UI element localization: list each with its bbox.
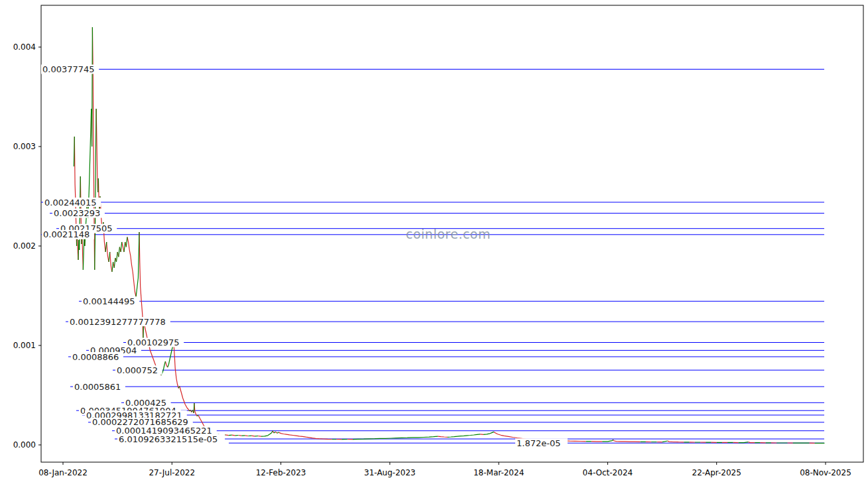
x-tick-label: 08-Nov-2025 [800,468,851,477]
level-label: 0.0005861 [74,382,121,392]
x-tick-label: 18-Mar-2024 [473,468,524,477]
level-label: 0.0008866 [72,352,119,362]
level-label: 0.000752 [117,365,158,375]
price-chart-figure: 0.003777450.002440150.00232930.002175050… [0,0,868,488]
level-label: 0.0012391277777778 [70,317,166,327]
y-tick-label: 0.001 [13,341,36,350]
y-tick-label: 0.000 [13,440,36,450]
y-tick-label: 0.003 [13,142,36,151]
level-label: 6.0109263321515e-05 [119,434,217,444]
x-tick-label: 27-Jul-2022 [149,468,195,477]
watermark: coinlore.com [406,227,491,241]
level-label: 1.872e-05 [517,438,560,448]
y-tick-label: 0.004 [13,42,36,52]
level-label: 0.0023293 [54,208,100,218]
x-tick-label: 31-Aug-2023 [364,468,416,477]
level-label: 0.0021148 [43,229,90,239]
price-chart-canvas: 0.003777450.002440150.00232930.002175050… [0,0,868,488]
x-tick-label: 22-Apr-2025 [692,468,741,477]
x-tick-label: 08-Jan-2022 [38,468,88,477]
x-tick-label: 04-Oct-2024 [583,468,633,477]
level-label: 0.00244015 [44,198,97,208]
y-tick-label: 0.002 [13,241,36,251]
level-label: 0.00377745 [42,64,95,74]
level-label: 0.00144495 [83,296,135,306]
x-tick-label: 12-Feb-2023 [256,468,306,477]
